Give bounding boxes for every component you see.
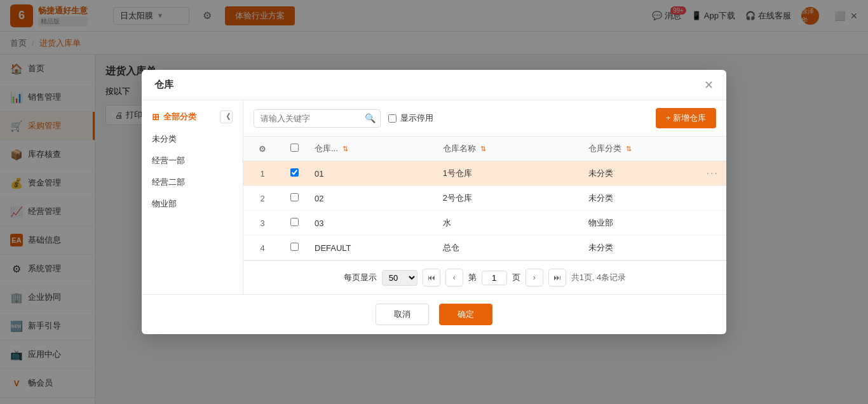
last-page-button[interactable]: ⏭: [548, 269, 566, 286]
row-category: 物业部: [581, 211, 726, 236]
cancel-button[interactable]: 取消: [376, 304, 429, 325]
warehouse-data-table: ⚙ 仓库... ⇅ 仓库名称: [243, 137, 726, 260]
row-code: 01: [307, 161, 435, 186]
page-number-input[interactable]: [482, 271, 507, 285]
show-disabled-label: 显示停用: [400, 112, 433, 124]
search-input[interactable]: [254, 109, 381, 128]
prev-page-button[interactable]: ‹: [445, 269, 463, 286]
category-item-property[interactable]: 物业部: [142, 193, 243, 215]
table-row[interactable]: 1 01 1号仓库 未分类 ···: [243, 161, 726, 186]
row-name: 总仓: [435, 236, 581, 260]
all-category-label: 全部分类: [163, 111, 196, 123]
settings-col-icon: ⚙: [259, 144, 266, 154]
row-checkbox[interactable]: [290, 243, 299, 251]
row-num: 2: [243, 186, 281, 211]
grid-icon: ⊞: [152, 112, 159, 122]
page-section-label: 第: [468, 272, 477, 283]
collapse-button[interactable]: 《: [220, 111, 233, 123]
search-icon[interactable]: 🔍: [365, 113, 376, 123]
row-num: 3: [243, 211, 281, 236]
category-item-operations2[interactable]: 经营二部: [142, 172, 243, 193]
search-bar: 🔍 显示停用 + 新增仓库: [243, 100, 726, 137]
sort-code-icon: ⇅: [342, 145, 348, 152]
row-name: 水: [435, 211, 581, 236]
row-name: 2号仓库: [435, 186, 581, 211]
row-num: 1: [243, 161, 281, 186]
confirm-button[interactable]: 确定: [439, 304, 492, 325]
row-checkbox-cell: [281, 211, 307, 236]
modal-body: ⊞ 全部分类 《 未分类 经营一部 经营二部 物业部 🔍: [142, 100, 726, 294]
row-more-icon[interactable]: ···: [707, 168, 719, 179]
row-category: 未分类: [581, 186, 726, 211]
show-disabled-checkbox[interactable]: 显示停用: [388, 112, 433, 124]
table-row[interactable]: 3 03 水 物业部: [243, 211, 726, 236]
row-checkbox[interactable]: [290, 218, 299, 226]
table-row[interactable]: 4 DEFAULT 总仓 未分类: [243, 236, 726, 260]
row-checkbox[interactable]: [290, 168, 299, 177]
all-category-header[interactable]: ⊞ 全部分类 《: [142, 105, 243, 128]
pagination: 每页显示 50 20 100 ⏮ ‹ 第 页 › ⏭ 共1页, 4条记录: [243, 260, 726, 294]
category-item-unclassified[interactable]: 未分类: [142, 128, 243, 150]
col-header-checkbox: [281, 137, 307, 161]
first-page-button[interactable]: ⏮: [423, 269, 440, 286]
row-code: DEFAULT: [307, 236, 435, 260]
modal-title: 仓库: [154, 79, 173, 91]
col-header-name: 仓库名称 ⇅: [435, 137, 581, 161]
row-category: 未分类 ···: [581, 161, 726, 186]
col-header-code: 仓库... ⇅: [307, 137, 435, 161]
add-warehouse-button[interactable]: + 新增仓库: [656, 108, 716, 128]
modal-close-button[interactable]: ✕: [704, 79, 714, 91]
category-panel: ⊞ 全部分类 《 未分类 经营一部 经营二部 物业部: [142, 100, 243, 294]
per-page-label: 每页显示: [344, 272, 377, 283]
row-checkbox-cell: [281, 161, 307, 186]
table-row[interactable]: 2 02 2号仓库 未分类: [243, 186, 726, 211]
row-num: 4: [243, 236, 281, 260]
sort-category-icon: ⇅: [626, 145, 632, 152]
row-category: 未分类: [581, 236, 726, 260]
modal-header: 仓库 ✕: [142, 70, 726, 100]
per-page-select[interactable]: 50 20 100: [382, 270, 417, 286]
search-input-wrap: 🔍: [254, 109, 381, 128]
total-info: 共1页, 4条记录: [571, 272, 627, 283]
warehouse-modal: 仓库 ✕ ⊞ 全部分类 《 未分类 经营一部 经营二部 物业部: [142, 70, 726, 334]
select-all-checkbox[interactable]: [290, 144, 299, 152]
row-name: 1号仓库: [435, 161, 581, 186]
row-code: 03: [307, 211, 435, 236]
modal-overlay: 仓库 ✕ ⊞ 全部分类 《 未分类 经营一部 经营二部 物业部: [0, 0, 868, 404]
category-item-operations1[interactable]: 经营一部: [142, 150, 243, 172]
table-header-row: ⚙ 仓库... ⇅ 仓库名称: [243, 137, 726, 161]
row-checkbox-cell: [281, 186, 307, 211]
row-code: 02: [307, 186, 435, 211]
page-label: 页: [512, 272, 520, 283]
next-page-button[interactable]: ›: [526, 269, 543, 286]
row-checkbox-cell: [281, 236, 307, 260]
row-checkbox[interactable]: [290, 193, 299, 201]
modal-footer: 取消 确定: [142, 294, 726, 334]
show-disabled-check[interactable]: [388, 114, 397, 123]
warehouse-panel: 🔍 显示停用 + 新增仓库 ⚙: [243, 100, 726, 294]
col-header-category: 仓库分类 ⇅: [581, 137, 726, 161]
warehouse-table: ⚙ 仓库... ⇅ 仓库名称: [243, 137, 726, 260]
col-header-settings: ⚙: [243, 137, 281, 161]
sort-name-icon: ⇅: [480, 145, 486, 152]
